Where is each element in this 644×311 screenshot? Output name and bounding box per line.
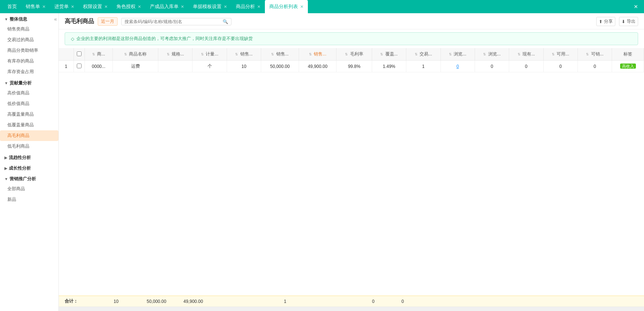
sidebar-item-traded-goods[interactable]: 交易过的商品 [0,35,58,45]
table-header-row: ⇅ 商... ⇅ 商品名称 ⇅ 规格... ⇅ [59,48,644,61]
footer-spacer2 [241,299,270,304]
close-analysis-tab[interactable]: ✕ [257,4,260,9]
col-browse2[interactable]: ⇅ 浏览... [475,48,509,61]
header-actions: ⬆ 分享 ⬇ 导出 [596,17,638,26]
cell-available: 0 [543,61,578,72]
sidebar-item-low-value[interactable]: 低价值商品 [0,98,58,109]
table-footer: 合计： 10 50,000.00 49,900.00 1 0 0 [59,296,644,307]
sort-icon-14: ⇅ [552,53,555,56]
arrow-icon-3: ▶ [4,156,7,160]
sidebar-collapse-button[interactable]: « [54,16,57,22]
sidebar-group-flow[interactable]: ▶ 流趋性分析 [0,152,58,162]
footer-trade: 1 [270,299,300,304]
arrow-icon: ▼ [4,17,8,21]
sidebar-item-category-rate[interactable]: 商品分类助销率 [0,45,58,56]
nav-analysis-list[interactable]: 商品分析列表 ✕ [265,0,308,13]
tip-banner: ◇ 企业的主要的利润都是这部分商品创造的，可考虑加大推广，同时关注库存是不要出现… [65,32,638,45]
share-button[interactable]: ⬆ 分享 [596,17,615,26]
tip-icon: ◇ [71,36,74,41]
col-available[interactable]: ⇅ 可用... [543,48,578,61]
cell-sales-profit: 49,900.00 [299,61,337,72]
col-name[interactable]: ⇅ 商品名称 [113,48,158,61]
col-gross-margin[interactable]: ⇅ 毛利率 [337,48,372,61]
sidebar-item-sales-goods[interactable]: 销售类商品 [0,24,58,35]
sort-icon-2: ⇅ [124,53,127,56]
sidebar-group-contribution[interactable]: ▼ 贡献量分析 [0,77,58,88]
sort-icon-4: ⇅ [201,53,204,56]
nav-home[interactable]: 首页 [3,0,21,13]
cell-sellable: 0 [578,61,612,72]
close-analysis-list-tab[interactable]: ✕ [300,4,303,9]
nav-analysis[interactable]: 商品分析 ✕ [231,0,265,13]
col-sellable[interactable]: ⇅ 可销... [578,48,612,61]
sort-icon-6: ⇅ [271,53,274,56]
search-input[interactable] [125,19,221,24]
bottom-scrollbar[interactable] [59,307,644,311]
cell-current-stock: 0 [509,61,543,72]
sidebar-item-stock-goods[interactable]: 有库存的商品 [0,56,58,66]
row-checkbox[interactable] [77,64,82,68]
export-button[interactable]: ⬇ 导出 [619,17,638,26]
col-current-stock[interactable]: ⇅ 现有... [509,48,543,61]
close-purchase-tab[interactable]: ✕ [71,4,74,9]
nav-products-in[interactable]: 产成品入库单 ✕ [145,0,188,13]
sidebar-item-stock-capital[interactable]: 库存资金占用 [0,66,58,77]
cell-browse1[interactable]: 0 [440,61,475,72]
footer-spacer1 [212,299,241,304]
nav-template[interactable]: 单据模板设置 ✕ [188,0,231,13]
col-unit[interactable]: ⇅ 计量... [193,48,227,61]
nav-sales[interactable]: 销售单 ✕ [21,0,50,13]
footer-spacer4 [329,299,359,304]
nav-roles[interactable]: 角色授权 ✕ [112,0,145,13]
col-trade[interactable]: ⇅ 交易... [406,48,440,61]
col-coverage[interactable]: ⇅ 覆盖... [372,48,406,61]
main-layout: « ▼ 整体信息 销售类商品 交易过的商品 商品分类助销率 有库存的商品 库存资… [0,13,644,311]
col-checkbox [73,48,84,61]
sidebar-group-overview[interactable]: ▼ 整体信息 [0,13,58,24]
col-code[interactable]: ⇅ 商... [84,48,113,61]
nav-permissions[interactable]: 权限设置 ✕ [79,0,112,13]
cell-code: 0000... [84,61,113,72]
content-header: 高毛利商品 近一月 🔍 ⬆ 分享 ⬇ 导出 [59,13,644,29]
close-template-tab[interactable]: ✕ [224,4,227,9]
arrow-icon-2: ▼ [4,81,8,85]
search-icon[interactable]: 🔍 [223,19,228,24]
export-icon: ⬇ [622,19,625,24]
sort-icon-9: ⇅ [380,53,383,56]
sidebar-item-new-goods[interactable]: 新品 [0,194,58,205]
cell-checkbox [73,61,84,72]
sidebar-item-high-margin[interactable]: 高毛利商品 [0,130,58,141]
col-sales-qty[interactable]: ⇅ 销售... [227,48,261,61]
table-container[interactable]: ⇅ 商... ⇅ 商品名称 ⇅ 规格... ⇅ [59,48,644,296]
footer-sales-qty: 10 [94,299,138,304]
col-sales-profit[interactable]: ⇅ 销售... [299,48,337,61]
close-app-button[interactable]: ✕ [631,4,641,10]
cell-coverage: 1.49% [372,61,406,72]
footer-spacer3 [300,299,329,304]
close-permissions-tab[interactable]: ✕ [104,4,108,9]
cell-spec [158,61,193,72]
top-nav: 首页 销售单 ✕ 进货单 ✕ 权限设置 ✕ 角色授权 ✕ 产成品入库单 ✕ 单据… [0,0,644,13]
select-all-checkbox[interactable] [77,51,82,56]
filter-recent-month-button[interactable]: 近一月 [98,17,118,26]
close-roles-tab[interactable]: ✕ [138,4,141,9]
sort-icon-12: ⇅ [483,53,486,56]
footer-sales-amount: 50,000.00 [138,299,175,304]
sort-icon-7: ⇅ [309,53,312,56]
sidebar-item-high-coverage[interactable]: 高覆盖量商品 [0,109,58,120]
sidebar-item-low-margin[interactable]: 低毛利商品 [0,141,58,152]
sidebar-item-low-coverage[interactable]: 低覆盖量商品 [0,120,58,130]
cell-trade: 1 [406,61,440,72]
sort-icon-11: ⇅ [449,53,452,56]
sidebar-group-marketing[interactable]: ▼ 营销推广分析 [0,173,58,184]
sidebar-group-growth[interactable]: ▶ 成长性分析 [0,162,58,173]
col-spec[interactable]: ⇅ 规格... [158,48,193,61]
col-browse1[interactable]: ⇅ 浏览... [440,48,475,61]
close-products-in-tab[interactable]: ✕ [181,4,184,9]
col-sales-amount[interactable]: ⇅ 销售... [261,48,299,61]
page-title: 高毛利商品 [65,18,94,25]
sidebar-item-all-goods[interactable]: 全部商品 [0,184,58,194]
sidebar-item-high-value[interactable]: 高价值商品 [0,88,58,98]
nav-purchase[interactable]: 进货单 ✕ [50,0,79,13]
close-sales-tab[interactable]: ✕ [42,4,46,9]
